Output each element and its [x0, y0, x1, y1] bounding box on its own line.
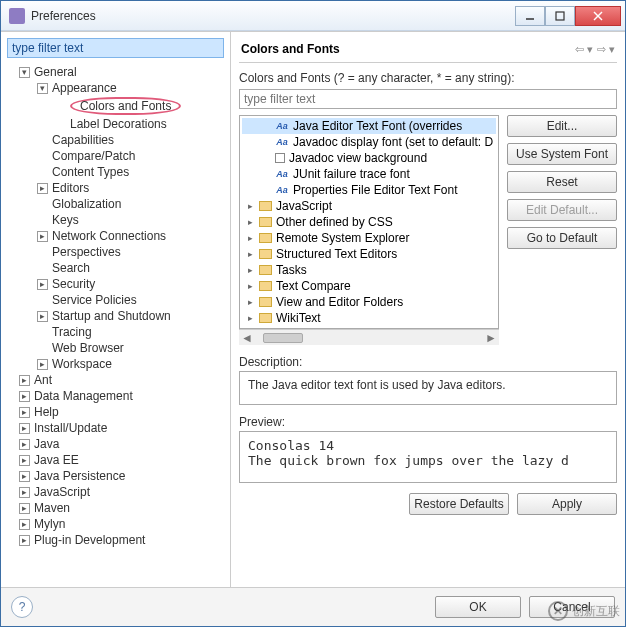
expand-toggle[interactable]: ▸	[19, 439, 30, 450]
tree-node[interactable]: Keys	[5, 212, 226, 228]
forward-icon[interactable]: ⇨ ▾	[597, 43, 615, 56]
tree-node[interactable]: ▸Maven	[5, 500, 226, 516]
edit-button[interactable]: Edit...	[507, 115, 617, 137]
left-filter-input[interactable]	[7, 38, 224, 58]
font-tree[interactable]: AaJava Editor Text Font (overridesAaJava…	[239, 115, 499, 329]
font-tree-row[interactable]: ▸JavaScript	[242, 198, 496, 214]
expand-toggle[interactable]: ▾	[19, 67, 30, 78]
expand-toggle[interactable]: ▸	[37, 311, 48, 322]
expand-toggle[interactable]: ▸	[246, 297, 255, 307]
restore-defaults-button[interactable]: Restore Defaults	[409, 493, 509, 515]
font-tree-label: Structured Text Editors	[276, 247, 397, 261]
expand-toggle[interactable]: ▸	[246, 201, 255, 211]
tree-node[interactable]: Web Browser	[5, 340, 226, 356]
expand-toggle[interactable]: ▸	[19, 487, 30, 498]
tree-node[interactable]: Capabilities	[5, 132, 226, 148]
expand-toggle[interactable]: ▸	[37, 183, 48, 194]
minimize-button[interactable]	[515, 6, 545, 26]
tree-node[interactable]: ▸Mylyn	[5, 516, 226, 532]
font-tree-row[interactable]: ▸Text Compare	[242, 278, 496, 294]
tree-node[interactable]: Compare/Patch	[5, 148, 226, 164]
tree-node[interactable]: Content Types	[5, 164, 226, 180]
expand-toggle[interactable]: ▸	[19, 535, 30, 546]
help-button[interactable]: ?	[11, 596, 33, 618]
tree-node[interactable]: Globalization	[5, 196, 226, 212]
close-button[interactable]	[575, 6, 621, 26]
hscrollbar[interactable]: ◄ ►	[239, 329, 499, 345]
expand-toggle[interactable]: ▸	[19, 503, 30, 514]
expand-toggle[interactable]: ▾	[37, 83, 48, 94]
tree-node[interactable]: ▸Plug-in Development	[5, 532, 226, 548]
tree-node[interactable]: ▸Startup and Shutdown	[5, 308, 226, 324]
expand-toggle[interactable]: ▸	[246, 265, 255, 275]
expand-toggle[interactable]: ▸	[19, 423, 30, 434]
tree-label: Globalization	[52, 197, 121, 211]
tree-node[interactable]: Tracing	[5, 324, 226, 340]
expand-toggle[interactable]: ▸	[246, 313, 255, 323]
tree-node[interactable]: ▸Java	[5, 436, 226, 452]
font-tree-row[interactable]: ▸Tasks	[242, 262, 496, 278]
cancel-button[interactable]: Cancel	[529, 596, 615, 618]
tree-node[interactable]: ▾Appearance	[5, 80, 226, 96]
tree-node[interactable]: ▾General	[5, 64, 226, 80]
font-tree-row[interactable]: ▸Other defined by CSS	[242, 214, 496, 230]
font-tree-row[interactable]: AaJavadoc display font (set to default: …	[242, 134, 496, 150]
back-icon[interactable]: ⇦ ▾	[575, 43, 593, 56]
tree-node[interactable]: Service Policies	[5, 292, 226, 308]
expand-toggle[interactable]: ▸	[246, 217, 255, 227]
font-tree-row[interactable]: AaProperties File Editor Text Font	[242, 182, 496, 198]
tree-node[interactable]: ▸Java EE	[5, 452, 226, 468]
tree-node[interactable]: ▸Workspace	[5, 356, 226, 372]
expand-toggle[interactable]: ▸	[19, 471, 30, 482]
scroll-right-icon[interactable]: ►	[483, 331, 499, 345]
font-tree-row[interactable]: ▸View and Editor Folders	[242, 294, 496, 310]
tree-node[interactable]: Perspectives	[5, 244, 226, 260]
tree-node[interactable]: ▸Install/Update	[5, 420, 226, 436]
font-tree-row[interactable]: AaJava Editor Text Font (overrides	[242, 118, 496, 134]
tree-node[interactable]: ▸Java Persistence	[5, 468, 226, 484]
tree-node[interactable]: Colors and Fonts	[5, 96, 226, 116]
tree-node[interactable]: ▸Network Connections	[5, 228, 226, 244]
expand-toggle[interactable]: ▸	[246, 281, 255, 291]
tree-node[interactable]: Search	[5, 260, 226, 276]
tree-node[interactable]: ▸Ant	[5, 372, 226, 388]
font-tree-row[interactable]: Javadoc view background	[242, 150, 496, 166]
expand-toggle	[37, 247, 48, 258]
folder-icon	[259, 297, 272, 307]
expand-toggle[interactable]: ▸	[37, 231, 48, 242]
use-system-font-button[interactable]: Use System Font	[507, 143, 617, 165]
expand-toggle[interactable]: ▸	[19, 519, 30, 530]
scroll-left-icon[interactable]: ◄	[239, 331, 255, 345]
expand-toggle[interactable]: ▸	[19, 407, 30, 418]
expand-toggle[interactable]: ▸	[37, 279, 48, 290]
tree-node[interactable]: Label Decorations	[5, 116, 226, 132]
expand-toggle[interactable]: ▸	[246, 233, 255, 243]
go-to-default-button[interactable]: Go to Default	[507, 227, 617, 249]
page-heading: Colors and Fonts	[241, 42, 575, 56]
tree-label: General	[34, 65, 77, 79]
expand-toggle[interactable]: ▸	[19, 455, 30, 466]
font-tree-row[interactable]: ▸Remote System Explorer	[242, 230, 496, 246]
expand-toggle[interactable]: ▸	[246, 249, 255, 259]
tree-node[interactable]: ▸Security	[5, 276, 226, 292]
apply-button[interactable]: Apply	[517, 493, 617, 515]
expand-toggle[interactable]: ▸	[19, 375, 30, 386]
maximize-button[interactable]	[545, 6, 575, 26]
tree-node[interactable]: ▸Data Management	[5, 388, 226, 404]
reset-button[interactable]: Reset	[507, 171, 617, 193]
tree-node[interactable]: ▸Help	[5, 404, 226, 420]
folder-icon	[259, 233, 272, 243]
font-tree-row[interactable]: ▸WikiText	[242, 310, 496, 326]
expand-toggle[interactable]: ▸	[37, 359, 48, 370]
font-tree-row[interactable]: AaJUnit failure trace font	[242, 166, 496, 182]
edit-default-button: Edit Default...	[507, 199, 617, 221]
tree-node[interactable]: ▸JavaScript	[5, 484, 226, 500]
right-filter-input[interactable]	[239, 89, 617, 109]
category-tree[interactable]: ▾General▾AppearanceColors and FontsLabel…	[1, 62, 230, 587]
expand-toggle	[55, 101, 66, 112]
font-tree-row[interactable]: ▸Structured Text Editors	[242, 246, 496, 262]
scroll-thumb[interactable]	[263, 333, 303, 343]
tree-node[interactable]: ▸Editors	[5, 180, 226, 196]
ok-button[interactable]: OK	[435, 596, 521, 618]
expand-toggle[interactable]: ▸	[19, 391, 30, 402]
